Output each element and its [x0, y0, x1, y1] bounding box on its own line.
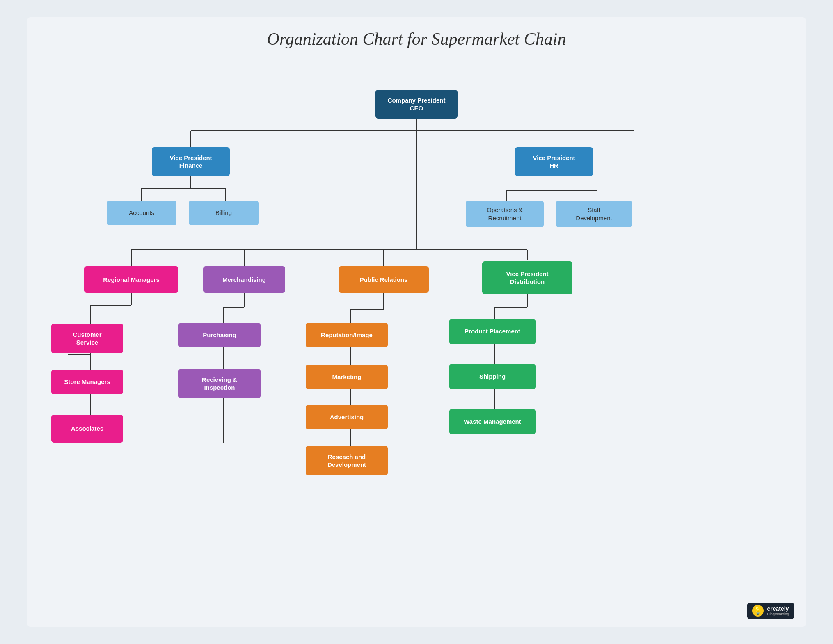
page-container: Organization Chart for Supermarket Chain	[27, 17, 806, 627]
connectors-svg	[43, 65, 790, 607]
public-relations-node: Public Relations	[339, 266, 429, 293]
customer-service-node: CustomerService	[51, 324, 123, 353]
store-managers-node: Store Managers	[51, 370, 123, 394]
creately-logo: 💡 creately Diagramming	[747, 603, 794, 619]
creately-brand: creately Diagramming	[767, 605, 789, 617]
regional-managers-node: Regional Managers	[84, 266, 178, 293]
vp-finance-node: Vice PresidentFinance	[152, 147, 230, 176]
advertising-node: Advertising	[306, 405, 388, 429]
vp-hr-node: Vice PresidentHR	[515, 147, 593, 176]
shipping-node: Shipping	[449, 364, 536, 389]
org-chart-area: Company President CEO Vice PresidentFina…	[43, 65, 790, 607]
associates-node: Associates	[51, 415, 123, 443]
receiving-node: Recieving &Inspection	[178, 369, 261, 398]
staff-dev-node: StaffDevelopment	[556, 201, 632, 227]
marketing-node: Marketing	[306, 365, 388, 389]
research-dev-node: Reseach andDevelopment	[306, 446, 388, 475]
billing-node: Billing	[189, 201, 259, 225]
merchandising-node: Merchandising	[203, 266, 285, 293]
creately-bulb-icon: 💡	[752, 605, 764, 617]
vp-distribution-node: Vice PresidentDistribution	[482, 261, 572, 294]
accounts-node: Accounts	[107, 201, 176, 225]
product-placement-node: Product Placement	[449, 319, 536, 344]
reputation-node: Reputation/Image	[306, 323, 388, 347]
ops-recruit-node: Operations &Recruitment	[466, 201, 544, 227]
page-title: Organization Chart for Supermarket Chain	[43, 29, 790, 49]
waste-management-node: Waste Management	[449, 409, 536, 434]
purchasing-node: Purchasing	[178, 323, 261, 347]
ceo-node: Company President CEO	[375, 90, 458, 119]
